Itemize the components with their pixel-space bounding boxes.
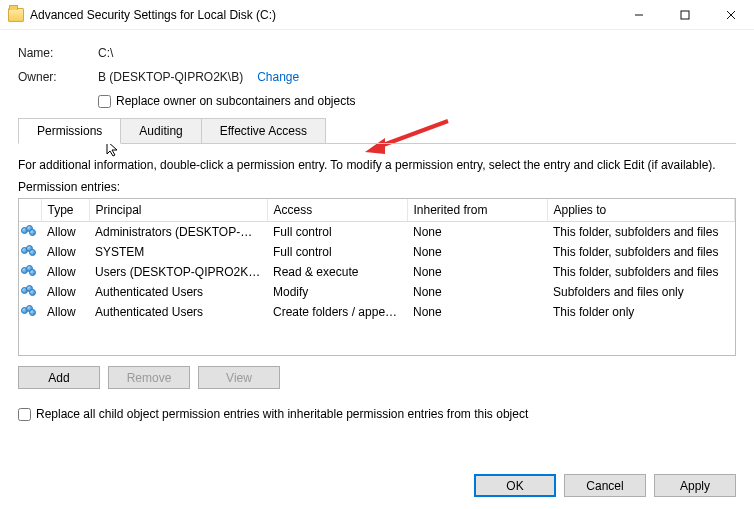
cell-access: Modify — [267, 282, 407, 302]
apply-button[interactable]: Apply — [654, 474, 736, 497]
remove-button[interactable]: Remove — [108, 366, 190, 389]
cell-principal: Administrators (DESKTOP-QIP... — [89, 222, 267, 243]
cell-applies: This folder, subfolders and files — [547, 242, 735, 262]
cell-type: Allow — [41, 262, 89, 282]
col-icon[interactable] — [19, 199, 41, 222]
svg-rect-1 — [681, 11, 689, 19]
maximize-button[interactable] — [662, 0, 708, 29]
cell-type: Allow — [41, 222, 89, 243]
cell-applies: Subfolders and files only — [547, 282, 735, 302]
minimize-button[interactable] — [616, 0, 662, 29]
cell-applies: This folder, subfolders and files — [547, 262, 735, 282]
replace-all-row: Replace all child object permission entr… — [18, 407, 736, 421]
cell-principal: Users (DESKTOP-QIPRO2K\Us... — [89, 262, 267, 282]
col-access[interactable]: Access — [267, 199, 407, 222]
dialog-footer: OK Cancel Apply — [474, 474, 736, 497]
cell-applies: This folder, subfolders and files — [547, 222, 735, 243]
entry-buttons: Add Remove View — [18, 366, 736, 389]
entries-label: Permission entries: — [18, 180, 736, 194]
owner-label: Owner: — [18, 70, 98, 84]
tab-permissions[interactable]: Permissions — [18, 118, 121, 144]
titlebar: Advanced Security Settings for Local Dis… — [0, 0, 754, 30]
table-row[interactable]: AllowAuthenticated UsersModifyNoneSubfol… — [19, 282, 735, 302]
cell-principal: SYSTEM — [89, 242, 267, 262]
cell-inherited: None — [407, 222, 547, 243]
window-title: Advanced Security Settings for Local Dis… — [30, 8, 616, 22]
cell-inherited: None — [407, 242, 547, 262]
group-icon — [19, 222, 41, 243]
replace-owner-checkbox[interactable] — [98, 95, 111, 108]
col-principal[interactable]: Principal — [89, 199, 267, 222]
close-button[interactable] — [708, 0, 754, 29]
cell-principal: Authenticated Users — [89, 302, 267, 322]
table-header-row: Type Principal Access Inherited from App… — [19, 199, 735, 222]
change-owner-link[interactable]: Change — [257, 70, 299, 84]
name-row: Name: C:\ — [18, 46, 736, 60]
info-text: For additional information, double-click… — [18, 158, 736, 172]
cell-inherited: None — [407, 262, 547, 282]
col-applies[interactable]: Applies to — [547, 199, 735, 222]
tab-effective-access[interactable]: Effective Access — [201, 118, 326, 144]
col-type[interactable]: Type — [41, 199, 89, 222]
group-icon — [19, 242, 41, 262]
view-button[interactable]: View — [198, 366, 280, 389]
cell-principal: Authenticated Users — [89, 282, 267, 302]
ok-button[interactable]: OK — [474, 474, 556, 497]
table-row[interactable]: AllowAdministrators (DESKTOP-QIP...Full … — [19, 222, 735, 243]
replace-owner-label: Replace owner on subcontainers and objec… — [116, 94, 355, 108]
cell-type: Allow — [41, 282, 89, 302]
folder-icon — [8, 8, 24, 22]
owner-row: Owner: B (DESKTOP-QIPRO2K\B) Change — [18, 70, 736, 84]
permissions-table[interactable]: Type Principal Access Inherited from App… — [18, 198, 736, 356]
table-row[interactable]: AllowAuthenticated UsersCreate folders /… — [19, 302, 735, 322]
cell-applies: This folder only — [547, 302, 735, 322]
replace-all-label: Replace all child object permission entr… — [36, 407, 528, 421]
name-label: Name: — [18, 46, 98, 60]
cell-access: Full control — [267, 222, 407, 243]
group-icon — [19, 262, 41, 282]
replace-all-checkbox[interactable] — [18, 408, 31, 421]
col-inherited[interactable]: Inherited from — [407, 199, 547, 222]
table-row[interactable]: AllowUsers (DESKTOP-QIPRO2K\Us...Read & … — [19, 262, 735, 282]
owner-value: B (DESKTOP-QIPRO2K\B) — [98, 70, 243, 84]
cancel-button[interactable]: Cancel — [564, 474, 646, 497]
cell-access: Read & execute — [267, 262, 407, 282]
name-value: C:\ — [98, 46, 113, 60]
group-icon — [19, 302, 41, 322]
tab-underline — [18, 143, 736, 144]
cell-type: Allow — [41, 302, 89, 322]
tab-bar: Permissions Auditing Effective Access — [18, 118, 736, 144]
content-area: Name: C:\ Owner: B (DESKTOP-QIPRO2K\B) C… — [0, 30, 754, 431]
cell-inherited: None — [407, 302, 547, 322]
window-controls — [616, 0, 754, 29]
replace-owner-row: Replace owner on subcontainers and objec… — [98, 94, 736, 108]
cell-access: Create folders / appen... — [267, 302, 407, 322]
group-icon — [19, 282, 41, 302]
cell-access: Full control — [267, 242, 407, 262]
table-row[interactable]: AllowSYSTEMFull controlNoneThis folder, … — [19, 242, 735, 262]
cell-type: Allow — [41, 242, 89, 262]
cell-inherited: None — [407, 282, 547, 302]
tab-auditing[interactable]: Auditing — [120, 118, 201, 144]
add-button[interactable]: Add — [18, 366, 100, 389]
